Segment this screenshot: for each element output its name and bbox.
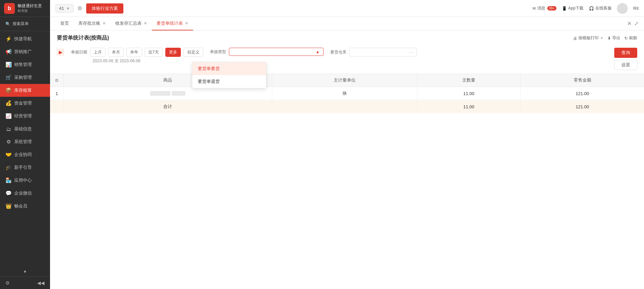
app-download-label: App下载 [568,5,583,11]
gear-icon[interactable]: ⚙ [77,5,82,12]
footer-main-qty: 11.00 [417,100,521,113]
tab-order-summary[interactable]: 要货单统计表 ✕ [152,17,193,30]
tab-order-summary-close[interactable]: ✕ [185,21,188,25]
service-icon: 🎧 [589,6,594,11]
tab-inventory-batch-label: 库存批次账 [78,20,100,26]
type-select[interactable]: ▲ [229,48,324,56]
footer-label: 合计 [64,100,272,113]
query-button[interactable]: 查询 [614,48,637,58]
sidebar-item-newbie[interactable]: 🎓 新手引导 [0,161,50,174]
online-service-button[interactable]: 🎧 在线客服 [589,5,612,11]
app-download-button[interactable]: 📱 App下载 [562,5,583,11]
app-logo: b [4,3,15,14]
app-subtitle: 标准版 [18,8,42,13]
refresh-icon: ↻ [624,36,628,41]
system-icon: ⚙ [5,139,11,145]
filter-actions: 查询 设置 [614,48,637,70]
refresh-button[interactable]: ↻ 刷新 [624,35,637,41]
print-button[interactable]: 🖨 按模板打印 ▼ [573,35,603,41]
messages-label: 消息 [537,5,545,11]
type-filter-group: 单据类型 ▲ [210,48,324,56]
sidebar-search-section: 🔍 搜索菜单 [0,17,50,31]
sidebar-item-member[interactable]: 👑 畅会员 [0,200,50,213]
phone-icon: 📱 [562,6,567,11]
sidebar-item-label: 企业微信 [14,190,32,196]
cell-product [64,87,272,100]
sidebar-search-label: 搜索菜单 [13,21,29,27]
date-btn-custom[interactable]: 自定义 [184,48,203,57]
chevron-up-icon: ▲ [316,49,320,54]
sidebar-item-purchase[interactable]: 🛒 采购管理 [0,71,50,84]
tab-home[interactable]: 首页 [55,17,74,30]
filter-toggle-button[interactable]: ▶ [57,48,64,56]
page-title: 要货单统计表(按商品) [57,35,109,42]
sidebar-item-wechat[interactable]: 💬 企业微信 [0,187,50,200]
dropdown-item-order-return[interactable]: 要货单退货 [192,75,266,88]
export-icon: ⬇ [607,36,611,41]
date-btn-week7[interactable]: 近7天 [145,48,163,57]
collapse-icon[interactable]: ◀◀ [37,280,45,286]
col-header-retail-amount: 零售金额 [521,74,644,87]
ellipsis-icon: ··· [409,49,413,55]
avatar[interactable] [617,3,628,14]
sidebar-item-finance[interactable]: 💰 资金管理 [0,97,50,110]
tab-collect-summary-label: 收发存汇总表 [115,20,142,26]
date-btn-current[interactable]: 本月 [108,48,124,57]
export-button[interactable]: ⬇ 导出 [607,35,620,41]
main-content: 41 ▼ ⚙ 体验行业方案 ✉ 消息 99+ 📱 App下载 🎧 在线客服 Ri… [50,0,644,289]
settings-icon[interactable]: ⚙ [5,280,10,286]
sidebar-item-basic[interactable]: 🗂 基础信息 [0,123,50,135]
date-range-row: 2023-05-06 至 2023-06-06 [71,58,203,64]
topbar-left: 41 ▼ ⚙ 体验行业方案 [55,3,123,14]
warehouse-filter-group: 要货仓库 ··· [330,48,417,57]
expand-icon[interactable]: ⤢ [634,20,639,27]
warehouse-label: 要货仓库 [330,49,347,55]
sidebar-item-label: 销售管理 [14,62,32,68]
footer-empty-1 [50,100,64,113]
sidebar-item-system[interactable]: ⚙ 系统管理 [0,135,50,148]
settings-button[interactable]: 设置 [614,60,637,70]
member-icon: 👑 [5,203,11,209]
date-btn-more[interactable]: 更多 [165,48,181,57]
sidebar-scroll-down[interactable]: ▼ [0,267,50,276]
app-title: 畅捷通好生意 [18,3,42,9]
tab-collect-summary[interactable]: 收发存汇总表 ✕ [111,17,152,30]
date-btn-year[interactable]: 本年 [126,48,142,57]
sidebar-item-marketing[interactable]: 📢 营销推广 [0,45,50,58]
sidebar-item-sales[interactable]: 📊 销售管理 [0,58,50,71]
sidebar-item-enterprise[interactable]: 🤝 企业协同 [0,148,50,161]
tab-collect-summary-close[interactable]: ✕ [144,21,147,25]
date-range-text: 2023-05-06 至 2023-06-06 [93,58,140,64]
sidebar-item-label: 畅会员 [14,203,27,209]
sidebar-search-button[interactable]: 🔍 搜索菜单 [3,20,47,28]
table-settings-header: ⚙ [50,74,64,87]
warehouse-select[interactable]: ··· [349,48,417,57]
dropdown-item-order-request[interactable]: 要货单要货 [192,62,266,75]
tab-inventory-batch-close[interactable]: ✕ [102,21,106,25]
trial-button[interactable]: 体验行业方案 [86,3,123,14]
close-all-icon[interactable]: ✕ [627,20,631,27]
footer-retail-amount: 121.00 [521,100,644,113]
export-label: 导出 [612,35,620,41]
messages-button[interactable]: ✉ 消息 99+ [532,5,556,11]
sidebar-item-quicknav[interactable]: ⚡ 快捷导航 [0,32,50,45]
marketing-icon: 📢 [5,49,11,55]
sidebar-item-inventory[interactable]: 📦 库存核算 [0,84,50,97]
table-footer-row: 合计 11.00 121.00 [50,100,644,113]
data-table: ⚙ 商品 主计量单位 主数量 零售金额 1 [50,74,644,113]
footer-empty-2 [272,100,417,113]
product-placeholder-2 [172,91,185,96]
filter-bar: ▶ 单据日期 上月 本月 本年 近7天 更多 自定义 2023-05-06 至 … [50,44,644,74]
tab-inventory-batch[interactable]: 库存批次账 ✕ [74,17,111,30]
table-gear-icon[interactable]: ⚙ [55,78,59,83]
cell-unit: 块 [272,87,417,100]
sales-icon: 📊 [5,62,11,68]
sidebar: b 畅捷通好生意 标准版 🔍 搜索菜单 ⚡ 快捷导航 📢 营销推广 📊 销售管理… [0,0,50,289]
sidebar-item-operations[interactable]: 📈 经营管理 [0,110,50,123]
basic-icon: 🗂 [5,126,11,132]
tab-order-summary-label: 要货单统计表 [157,20,183,26]
sidebar-item-apps[interactable]: 🏪 应用中心 [0,174,50,187]
tab-home-label: 首页 [60,20,69,26]
branch-selector[interactable]: 41 ▼ [55,4,73,13]
date-btn-up[interactable]: 上月 [90,48,105,57]
